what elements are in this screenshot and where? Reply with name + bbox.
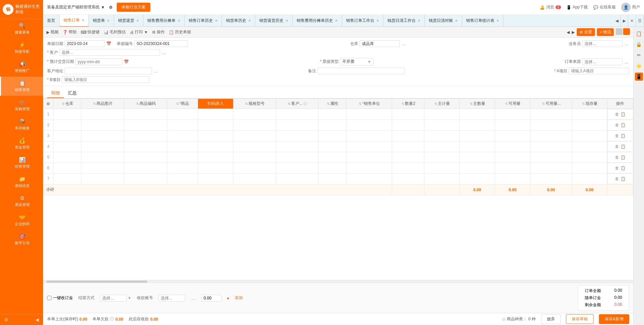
cell-11[interactable] <box>424 141 459 152</box>
order-source-input[interactable] <box>582 58 622 65</box>
cell-14[interactable] <box>530 120 572 130</box>
cell-8[interactable] <box>318 173 346 185</box>
right-icon-edit[interactable]: ✏ <box>635 51 643 59</box>
cell-7[interactable] <box>276 109 318 120</box>
delivery-date-input[interactable] <box>75 58 122 65</box>
cell-11[interactable] <box>424 173 459 185</box>
toolbar-print[interactable]: 🖨 打印 ▼ <box>130 29 148 35</box>
cell-8[interactable] <box>318 152 346 163</box>
cell-10[interactable] <box>392 152 424 163</box>
warehouse-ellipsis[interactable]: ... <box>401 41 407 46</box>
cell-9[interactable] <box>346 152 392 163</box>
cell-9[interactable] <box>346 109 392 120</box>
cell-15[interactable] <box>572 152 607 163</box>
delivery-calendar-icon[interactable]: 📅 <box>124 59 129 64</box>
calendar-icon[interactable]: 📅 <box>106 41 111 46</box>
tab-销货退货历史[interactable]: 销货退货历史✕ <box>255 15 293 27</box>
row-copy-icon[interactable]: 📋 <box>620 112 626 117</box>
toolbar-next-record[interactable]: ▶ <box>572 28 575 36</box>
online-service-action[interactable]: 💬 在线客服 <box>593 4 616 10</box>
cell-14[interactable] <box>530 141 572 152</box>
cell-2[interactable] <box>81 109 124 120</box>
row-copy-icon[interactable]: 📋 <box>620 166 626 170</box>
col-scan[interactable]: 扫码录入 <box>198 99 233 109</box>
cell-14[interactable] <box>530 173 572 185</box>
cell-1[interactable] <box>53 163 81 173</box>
amount-input[interactable] <box>201 295 222 301</box>
cell-6[interactable] <box>233 152 276 163</box>
date-input[interactable] <box>65 40 105 47</box>
payment-method-select[interactable] <box>100 295 127 301</box>
cell-12[interactable] <box>459 120 495 130</box>
cell-9[interactable] <box>346 173 392 185</box>
sidebar-item-经营管理[interactable]: 📊经营管理 <box>0 153 43 172</box>
cell-15[interactable] <box>572 109 607 120</box>
cell-2[interactable] <box>81 130 124 141</box>
b-project-input[interactable] <box>62 76 149 83</box>
cell-5[interactable] <box>198 152 233 163</box>
tab-next-btn[interactable]: ▶ <box>621 15 628 27</box>
cell-12[interactable] <box>459 152 495 163</box>
right-icon-lock[interactable]: 🔒 <box>635 40 643 48</box>
cell-15[interactable] <box>572 141 607 152</box>
tab-close-icon[interactable]: ✕ <box>286 19 288 23</box>
sidebar-settings-icon[interactable]: ⚙ <box>4 317 8 322</box>
cell-6[interactable] <box>233 163 276 173</box>
cell-1[interactable] <box>53 152 81 163</box>
tab-close-icon[interactable]: ✕ <box>178 19 180 23</box>
cell-1[interactable] <box>53 173 81 185</box>
toolbar-history[interactable]: 📋 历史单据 <box>169 29 191 35</box>
tab-close-icon[interactable]: ✕ <box>376 19 379 23</box>
tab-close-icon[interactable]: ✕ <box>136 19 139 23</box>
one-click-checkbox[interactable] <box>47 296 51 300</box>
save-draft-btn[interactable]: 保存草稿 <box>566 314 594 324</box>
cell-4[interactable] <box>167 120 198 130</box>
horizontal-scrollbar[interactable] <box>43 280 633 283</box>
cell-3[interactable] <box>124 109 167 120</box>
cell-4[interactable] <box>167 152 198 163</box>
cell-6[interactable] <box>233 109 276 120</box>
cell-10[interactable] <box>392 109 424 120</box>
tab-钱货日清工作台[interactable]: 钱货日清工作台✕ <box>383 15 425 27</box>
sidebar-item-企业协同[interactable]: 🤝企业协同 <box>0 211 43 230</box>
cell-4[interactable] <box>167 141 198 152</box>
sidebar-collapse-icon[interactable]: ◀ <box>35 317 39 322</box>
account-ellipsis[interactable]: ... <box>191 295 196 301</box>
cell-8[interactable] <box>318 120 346 130</box>
cell-12[interactable] <box>459 163 495 173</box>
address-input[interactable] <box>65 68 152 74</box>
tab-menu-btn[interactable]: ☰ <box>636 15 644 27</box>
toolbar-help[interactable]: ❓ 帮助 <box>63 29 77 35</box>
cell-3[interactable] <box>124 141 167 152</box>
sidebar-item-库存核算[interactable]: 📦库存核算 <box>0 115 43 134</box>
cell-2[interactable] <box>81 120 124 130</box>
tab-首页[interactable]: 首页 <box>43 15 60 27</box>
sidebar-item-搜索菜单[interactable]: 🔍搜索菜单 <box>0 19 43 38</box>
tab-close-icon[interactable]: ✕ <box>248 19 251 23</box>
sidebar-item-新手引导[interactable]: 🎯新手引导 <box>0 230 43 249</box>
cell-2[interactable] <box>81 173 124 185</box>
row-copy-icon[interactable]: 📋 <box>620 144 626 149</box>
add-btn[interactable]: 添加 <box>235 295 243 301</box>
sidebar-item-营销推广[interactable]: 📢营销推广 <box>0 57 43 77</box>
row-copy-icon[interactable]: 📋 <box>620 133 626 138</box>
cell-12[interactable] <box>459 109 495 120</box>
cell-15[interactable] <box>572 173 607 185</box>
cell-7[interactable] <box>276 120 318 130</box>
row-copy-icon[interactable]: 📋 <box>620 176 626 181</box>
order-source-ellipsis[interactable]: ... <box>624 59 629 65</box>
order-no-input[interactable] <box>134 40 188 47</box>
cell-10[interactable] <box>392 130 424 141</box>
tab-销售费用分摊单[interactable]: 销售费用分摊单✕ <box>143 15 185 27</box>
cell-7[interactable] <box>276 173 318 185</box>
cell-5[interactable] <box>198 141 233 152</box>
right-icon-mobile[interactable]: 📱 <box>635 73 643 81</box>
cell-1[interactable] <box>53 109 81 120</box>
list-view-btn[interactable] <box>616 28 622 35</box>
settings-btn[interactable]: ⚙ 设置 <box>577 28 595 36</box>
one-click-checkbox-label[interactable]: 一键收订金 <box>47 295 73 301</box>
cell-11[interactable] <box>424 152 459 163</box>
tab-close-icon[interactable]: ✕ <box>107 19 110 23</box>
invoice-type-select[interactable]: 不开票 ▼ <box>340 58 374 66</box>
cell-10[interactable] <box>392 141 424 152</box>
